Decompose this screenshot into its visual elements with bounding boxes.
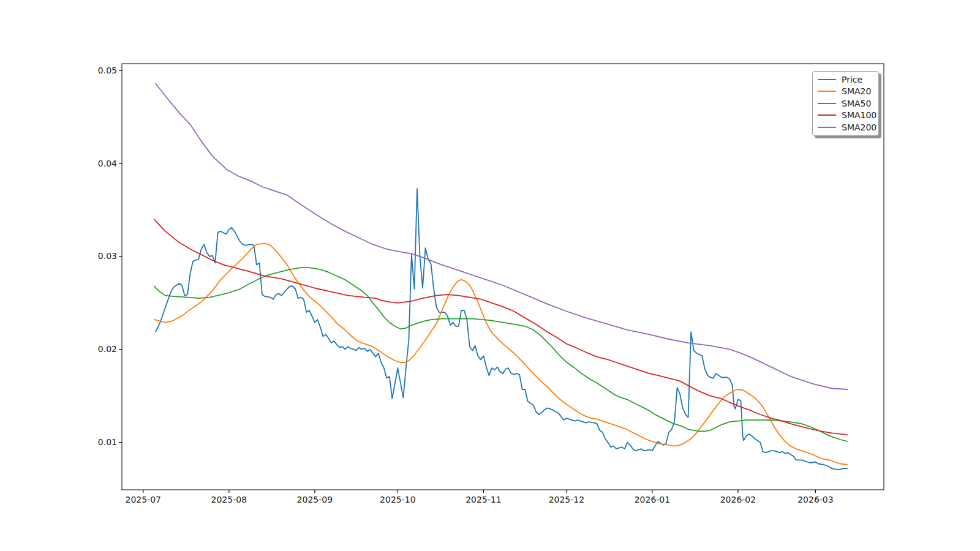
legend-label-sma20: SMA20 — [842, 86, 871, 96]
series-line-sma200 — [156, 84, 847, 390]
legend-line-sample-sma100 — [818, 114, 836, 116]
legend-line-sample-sma200 — [818, 127, 836, 128]
y-tick-label: 0.05 — [0, 66, 117, 76]
legend-entry-sma100: SMA100 — [813, 110, 878, 122]
legend-line-sample-sma50 — [818, 103, 836, 104]
legend-line-sample-price — [818, 79, 836, 80]
y-tick-label: 0.03 — [0, 251, 117, 261]
chart-figure: 0.010.020.030.040.05 2025-072025-082025-… — [0, 0, 980, 551]
legend: Price SMA20 SMA50 SMA100 SMA200 — [812, 71, 879, 136]
x-tick-label: 2025-12 — [539, 495, 594, 505]
x-tick-label: 2025-07 — [116, 495, 171, 505]
legend-entry-sma200: SMA200 — [813, 121, 878, 133]
y-tick-label: 0.01 — [0, 437, 117, 448]
x-tick-label: 2026-01 — [625, 495, 680, 505]
x-tick-label: 2026-03 — [788, 495, 843, 505]
legend-entry-sma50: SMA50 — [813, 97, 878, 110]
y-tick-label: 0.02 — [0, 344, 117, 354]
legend-line-sample-sma20 — [818, 91, 836, 92]
x-tick-label: 2025-09 — [287, 495, 342, 505]
legend-entry-sma20: SMA20 — [813, 86, 878, 98]
legend-label-price: Price — [842, 75, 862, 84]
legend-label-sma200: SMA200 — [842, 122, 876, 132]
x-tick-label: 2025-11 — [456, 495, 511, 505]
x-tick-label: 2025-08 — [202, 495, 257, 505]
legend-label-sma50: SMA50 — [842, 99, 871, 108]
series-line-price — [156, 189, 847, 469]
x-tick-label: 2025-10 — [370, 495, 425, 505]
series-line-sma100 — [154, 219, 848, 435]
axes-frame — [122, 64, 884, 490]
x-tick-label: 2026-02 — [710, 495, 766, 505]
legend-label-sma100: SMA100 — [842, 110, 876, 120]
legend-entry-price: Price — [813, 73, 878, 86]
y-tick-label: 0.04 — [0, 159, 117, 169]
